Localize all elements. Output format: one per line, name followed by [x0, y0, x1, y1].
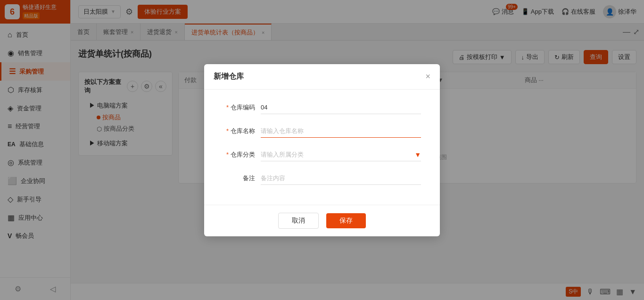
add-warehouse-modal: 新增仓库 × 仓库编码 仓库名称 仓库分类 请输入所属分类 ▼: [204, 64, 440, 236]
modal-header: 新增仓库 ×: [204, 64, 440, 90]
name-label: 仓库名称: [223, 127, 261, 135]
modal-overlay[interactable]: 新增仓库 × 仓库编码 仓库名称 仓库分类 请输入所属分类 ▼: [0, 0, 644, 300]
form-row-name: 仓库名称: [223, 125, 421, 138]
modal-footer: 取消 保存: [204, 205, 440, 236]
remark-label: 备注: [223, 174, 261, 183]
modal-title: 新增仓库: [214, 72, 244, 82]
cancel-button[interactable]: 取消: [278, 213, 319, 229]
code-input[interactable]: [261, 101, 421, 114]
form-row-code: 仓库编码: [223, 101, 421, 114]
remark-input[interactable]: [261, 172, 421, 185]
category-label: 仓库分类: [223, 150, 261, 159]
form-row-category: 仓库分类 请输入所属分类 ▼: [223, 148, 421, 161]
modal-body: 仓库编码 仓库名称 仓库分类 请输入所属分类 ▼ 备注: [204, 90, 440, 205]
save-button[interactable]: 保存: [326, 213, 366, 228]
category-select[interactable]: 请输入所属分类: [261, 148, 421, 161]
code-label: 仓库编码: [223, 103, 261, 112]
category-select-wrapper: 请输入所属分类 ▼: [261, 148, 421, 161]
modal-close-button[interactable]: ×: [425, 72, 430, 82]
name-input[interactable]: [261, 125, 421, 138]
form-row-remark: 备注: [223, 172, 421, 185]
